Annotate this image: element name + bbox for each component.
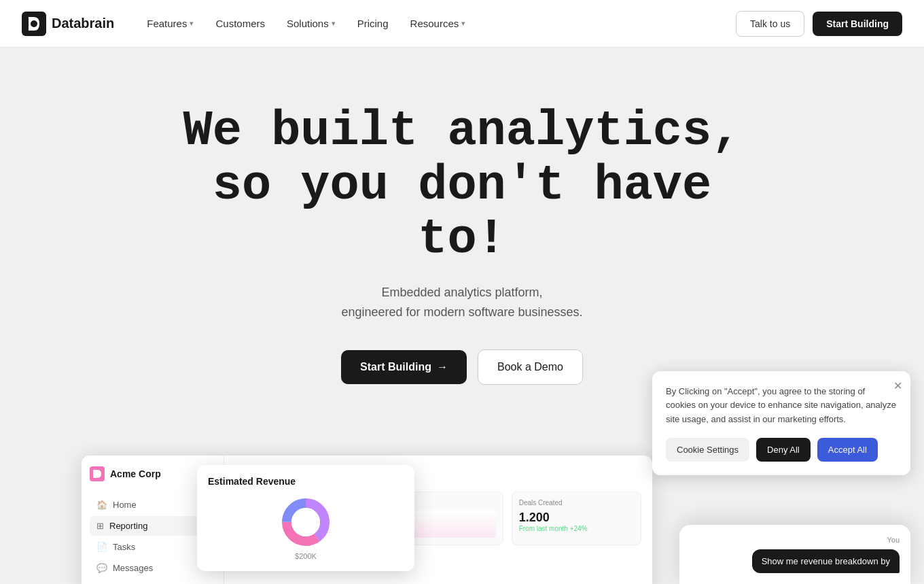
- chat-you-label: You: [887, 536, 900, 544]
- databrain-logo-icon: [22, 12, 46, 36]
- cookie-actions: Cookie Settings Deny All Accept All: [666, 438, 897, 462]
- nav-customers[interactable]: Customers: [215, 18, 265, 29]
- cookie-banner: ✕ By Clicking on "Accept", you agree to …: [652, 371, 910, 475]
- home-icon: 🏠: [96, 500, 107, 510]
- cookie-text: By Clicking on "Accept", you agree to th…: [666, 385, 897, 427]
- start-building-hero-button[interactable]: Start Building →: [341, 350, 467, 384]
- app-sidebar-name: Acme Corp: [110, 468, 161, 479]
- deny-all-button[interactable]: Deny All: [756, 438, 811, 462]
- chat-bubble-wrapper: Show me revenue breakdown by: [690, 549, 900, 573]
- chevron-icon: ▾: [461, 19, 465, 28]
- start-building-nav-button[interactable]: Start Building: [813, 12, 902, 36]
- nav-solutions[interactable]: Solutions ▾: [287, 18, 336, 29]
- tasks-icon: 📄: [96, 542, 107, 552]
- revenue-card: Estimated Revenue $200K: [197, 465, 414, 571]
- acme-logo-icon: [90, 466, 105, 481]
- svg-point-1: [31, 20, 37, 27]
- nav-features[interactable]: Features ▾: [147, 18, 194, 29]
- arrow-right-icon: →: [437, 361, 448, 373]
- navbar: Databrain Features ▾ Customers Solutions…: [0, 0, 924, 48]
- chevron-icon: ▾: [332, 19, 336, 28]
- hero-subtitle: Embedded analytics platform, engineered …: [341, 283, 582, 322]
- accept-all-button[interactable]: Accept All: [817, 438, 878, 462]
- donut-svg: [279, 495, 333, 549]
- chat-bubble: Show me revenue breakdown by: [752, 549, 900, 573]
- chat-popup: You Show me revenue breakdown by: [679, 525, 910, 584]
- talk-button[interactable]: Talk to us: [736, 11, 804, 37]
- app-card-deals-created: Deals Created 1.200 From last month +24%: [512, 492, 641, 545]
- cookie-settings-button[interactable]: Cookie Settings: [666, 438, 749, 462]
- logo-text: Databrain: [52, 16, 114, 31]
- revenue-card-title: Estimated Revenue: [208, 476, 404, 487]
- messages-icon: 💬: [96, 563, 107, 573]
- nav-pricing[interactable]: Pricing: [357, 18, 389, 29]
- logo-link[interactable]: Databrain: [22, 12, 114, 36]
- reporting-icon: ⊞: [96, 521, 104, 531]
- donut-chart: [208, 495, 404, 549]
- hero-title: We built analytics, so you don't have to…: [156, 105, 768, 267]
- chat-you-label-wrapper: You: [690, 536, 900, 544]
- nav-links: Features ▾ Customers Solutions ▾ Pricing…: [147, 18, 703, 29]
- chevron-icon: ▾: [190, 19, 194, 28]
- hero-buttons: Start Building → Book a Demo: [341, 349, 583, 385]
- book-demo-button[interactable]: Book a Demo: [478, 349, 583, 385]
- svg-point-6: [291, 508, 320, 536]
- nav-resources[interactable]: Resources ▾: [410, 18, 466, 29]
- cookie-close-button[interactable]: ✕: [893, 379, 902, 392]
- revenue-y-label: $200K: [208, 552, 404, 560]
- nav-actions: Talk to us Start Building: [736, 11, 902, 37]
